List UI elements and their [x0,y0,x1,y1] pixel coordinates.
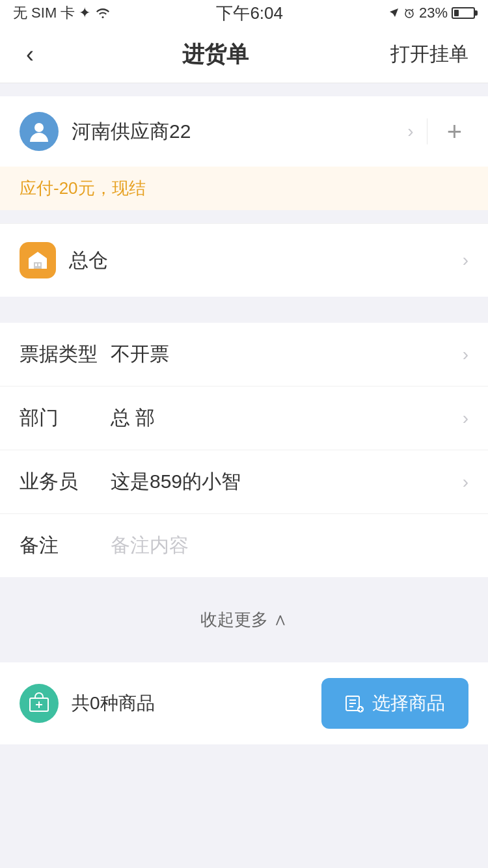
warehouse-chevron-icon: › [463,250,468,271]
select-product-button[interactable]: 选择商品 [321,678,468,729]
add-supplier-button[interactable]: + [441,117,468,146]
wifi-icon [96,8,110,18]
warehouse-icon-wrap [20,242,56,278]
warehouse-icon [27,249,49,271]
svg-rect-2 [34,262,42,269]
status-time: 下午6:04 [216,2,283,25]
warehouse-section: 总仓 › [0,223,488,297]
svg-rect-4 [38,264,40,266]
salesman-row[interactable]: 业务员 这是859的小智 › [0,450,488,514]
collapse-row[interactable]: 收起更多 ∧ [0,590,488,649]
back-button[interactable]: ‹ [20,34,40,75]
salesman-label: 业务员 [20,468,111,495]
department-chevron-icon: › [463,408,468,429]
page-title: 进货单 [182,40,249,70]
ticket-type-label: 票据类型 [20,341,111,368]
supplier-row[interactable]: 河南供应商22 › + [0,96,488,167]
person-icon [27,120,51,143]
ticket-type-value: 不开票 [111,341,463,368]
alarm-icon [403,7,415,19]
battery-icon [452,7,475,19]
sim-label: 无 SIM 卡 ✦ [13,3,90,23]
collapse-label: 收起更多 ∧ [200,608,287,631]
status-bar: 无 SIM 卡 ✦ 下午6:04 23% [0,0,488,26]
ticket-type-row[interactable]: 票据类型 不开票 › [0,323,488,387]
supplier-notice: 应付-20元，现结 [0,167,488,210]
bottom-bar: 共0种商品 选择商品 [0,662,488,744]
department-value: 总 部 [111,405,463,431]
gray-area [0,744,488,868]
nav-bar: ‹ 进货单 打开挂单 [0,26,488,83]
open-hang-button[interactable]: 打开挂单 [390,41,468,68]
section-gap-3 [0,297,488,310]
salesman-value: 这是859的小智 [111,468,463,495]
vertical-divider [427,118,427,144]
location-icon [389,8,400,18]
section-gap-2 [0,210,488,223]
status-left: 无 SIM 卡 ✦ [13,3,110,23]
remark-row[interactable]: 备注 备注内容 [0,514,488,577]
department-row[interactable]: 部门 总 部 › [0,387,488,450]
svg-rect-3 [35,264,37,266]
battery-percent: 23% [419,5,448,21]
warehouse-row[interactable]: 总仓 › [0,223,488,297]
supplier-name: 河南供应商22 [72,118,407,145]
section-gap-1 [0,83,488,96]
svg-point-1 [34,123,44,132]
remark-label: 备注 [20,532,111,559]
department-label: 部门 [20,405,111,431]
supplier-chevron-icon: › [407,121,413,142]
warehouse-label: 总仓 [69,247,463,274]
supplier-section: 河南供应商22 › + 应付-20元，现结 [0,96,488,210]
ticket-type-chevron-icon: › [463,344,468,365]
supplier-avatar [20,112,59,151]
remark-value[interactable]: 备注内容 [111,532,468,559]
form-section: 票据类型 不开票 › 部门 总 部 › 业务员 这是859的小智 › 备注 备注… [0,323,488,577]
salesman-chevron-icon: › [463,472,468,493]
product-count: 共0种商品 [72,691,321,716]
product-icon-wrap [20,684,59,723]
select-product-label: 选择商品 [372,691,445,716]
product-icon [27,692,51,715]
select-product-icon [345,694,364,713]
status-right: 23% [389,5,475,21]
